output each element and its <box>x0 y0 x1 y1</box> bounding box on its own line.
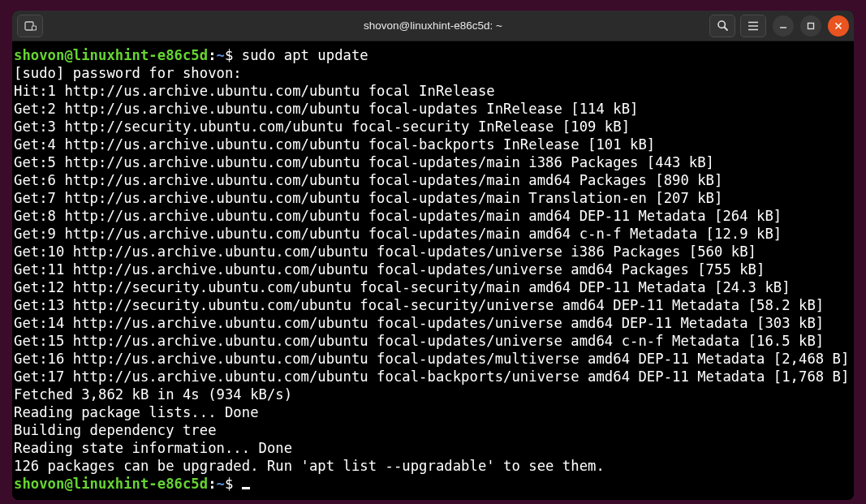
close-icon <box>834 22 842 30</box>
terminal-window: shovon@linuxhint-e86c5d: ~ <box>12 11 854 500</box>
output-line: Get:14 http://us.archive.ubuntu.com/ubun… <box>14 315 824 331</box>
search-icon <box>717 19 729 32</box>
close-button[interactable] <box>828 15 849 37</box>
output-line: Fetched 3,862 kB in 4s (934 kB/s) <box>14 386 292 403</box>
output-line: Get:6 http://us.archive.ubuntu.com/ubunt… <box>14 172 722 188</box>
output-line: Hit:1 http://us.archive.ubuntu.com/ubunt… <box>14 83 495 99</box>
hamburger-menu-button[interactable] <box>740 15 766 37</box>
output-line: Get:15 http://us.archive.ubuntu.com/ubun… <box>14 333 824 349</box>
maximize-button[interactable] <box>800 15 821 37</box>
output-line: Reading package lists... Done <box>14 404 259 420</box>
terminal-output[interactable]: shovon@linuxhint-e86c5d:~$ sudo apt upda… <box>12 41 854 500</box>
titlebar: shovon@linuxhint-e86c5d: ~ <box>12 11 854 41</box>
prompt-user: shovon@linuxhint-e86c5d <box>14 476 208 492</box>
output-line: 126 packages can be upgraded. Run 'apt l… <box>14 458 605 474</box>
output-line: Get:3 http://security.ubuntu.com/ubuntu … <box>14 118 630 135</box>
prompt-colon: : <box>208 476 216 492</box>
titlebar-right <box>709 15 849 37</box>
svg-line-3 <box>724 28 727 31</box>
output-line: Get:8 http://us.archive.ubuntu.com/ubunt… <box>14 208 782 224</box>
prompt-user: shovon@linuxhint-e86c5d <box>14 47 208 63</box>
output-line: Get:11 http://us.archive.ubuntu.com/ubun… <box>14 261 765 278</box>
minimize-button[interactable] <box>773 15 794 37</box>
prompt-colon: : <box>208 47 216 63</box>
search-button[interactable] <box>709 15 735 37</box>
prompt-path: ~ <box>217 476 225 492</box>
hamburger-icon <box>748 21 759 31</box>
prompt-path: ~ <box>217 47 225 63</box>
new-tab-button[interactable] <box>17 15 43 37</box>
prompt-dollar: $ <box>225 47 242 63</box>
minimize-icon <box>779 22 787 30</box>
prompt-dollar: $ <box>225 476 242 492</box>
output-line: Reading state information... Done <box>14 440 292 456</box>
output-line: Get:7 http://us.archive.ubuntu.com/ubunt… <box>14 190 722 206</box>
output-line: Get:12 http://security.ubuntu.com/ubuntu… <box>14 279 791 295</box>
output-line: Get:2 http://us.archive.ubuntu.com/ubunt… <box>14 101 638 117</box>
output-line: Get:10 http://us.archive.ubuntu.com/ubun… <box>14 243 756 260</box>
output-line: Get:13 http://security.ubuntu.com/ubuntu… <box>14 297 824 313</box>
output-line: Get:5 http://us.archive.ubuntu.com/ubunt… <box>14 154 714 170</box>
cursor <box>242 487 250 489</box>
svg-rect-1 <box>32 26 37 30</box>
output-line: Get:17 http://us.archive.ubuntu.com/ubun… <box>14 368 849 385</box>
output-line: Get:16 http://us.archive.ubuntu.com/ubun… <box>14 351 849 367</box>
output-line: Get:4 http://us.archive.ubuntu.com/ubunt… <box>14 136 655 153</box>
command-text: sudo apt update <box>242 47 368 63</box>
output-line: [sudo] password for shovon: <box>14 65 242 81</box>
output-line: Building dependency tree <box>14 422 217 438</box>
svg-rect-8 <box>808 23 814 28</box>
maximize-icon <box>807 22 815 30</box>
output-line: Get:9 http://us.archive.ubuntu.com/ubunt… <box>14 226 782 242</box>
titlebar-left <box>17 15 43 37</box>
new-tab-icon <box>24 19 37 32</box>
window-title: shovon@linuxhint-e86c5d: ~ <box>364 19 502 32</box>
